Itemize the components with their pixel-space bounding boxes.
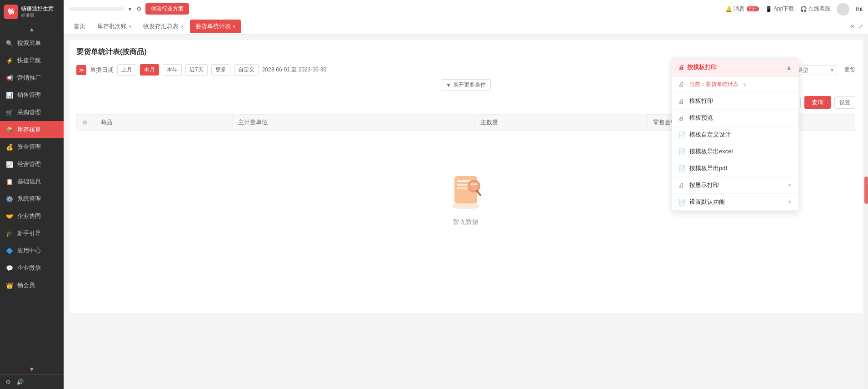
table-col-settings: ⚙ [77,115,95,131]
page-title: 要货单统计表(按商品) [76,47,855,57]
svg-rect-3 [457,184,469,186]
dropdown-template-custom[interactable]: 📄 模板自定义设计 [672,126,798,143]
dropdown-set-default[interactable]: 📄 设置默认功能 ▼ [672,194,798,211]
tab-receivable-close[interactable]: × [180,24,183,29]
wechat-icon: 💬 [5,264,14,272]
dropdown-display-print[interactable]: 🖨 按显示打印 ▼ [672,177,798,194]
header-search-bar[interactable] [69,7,124,11]
sidebar-item-search[interactable]: 🔍 搜索菜单 [0,35,64,52]
headset-icon: 🎧 [800,6,807,12]
dropdown-export-excel[interactable]: 📄 按模板导出excel [672,143,798,160]
sidebar-scroll-down[interactable]: ▼ [0,364,64,374]
expand-icon: ▼ [446,82,451,88]
print-dropdown-title-area: 🖨 按模板打印 [678,63,717,71]
sidebar-logo: 畅 畅赚通好生意 标准版 [0,0,64,24]
clipboard-icon: 📋 [5,177,14,186]
graduation-icon: 🎓 [5,229,14,237]
app-name: 畅赚通好生意 标准版 [21,5,54,19]
settings-bottom-icon[interactable]: ⚙ [5,379,11,385]
flash-icon: ⚡ [5,56,14,65]
tabs-expand-icon[interactable]: ⤢ [858,23,863,30]
tab-batch-close[interactable]: × [129,24,131,29]
mobile-icon: 📱 [765,6,772,12]
dropdown-template-print[interactable]: 🖨 模板打印 [672,93,798,110]
sidebar-item-basic[interactable]: 📋 基础信息 [0,173,64,190]
table-col-goods: 商品 [95,115,233,131]
template-print-icon: 🖨 [678,98,686,105]
money-icon: 💰 [5,143,14,151]
display-print-icon: 🖨 [678,182,686,189]
sidebar-item-guide[interactable]: 🎓 新手引导 [0,225,64,242]
print-dropdown-header: 🖨 按模板打印 ▲ [672,59,798,76]
header-dropdown-arrow[interactable]: ▼ [127,6,133,12]
current-year-btn[interactable]: 本年 [163,64,182,76]
app-download-action[interactable]: 📱 App下载 [765,5,794,13]
trial-button[interactable]: 体验行业方案 [145,3,189,15]
dropdown-current-item[interactable]: 🖨 当前：要货单统计表 ▼ [672,76,798,93]
page-content: 要货单统计表(按商品) ≫ 单据日期 上月 本月 本年 近7天 更多 自定义 2… [64,35,868,389]
query-button[interactable]: 查询 [804,96,831,109]
date-filter-label: 单据日期 [90,66,114,74]
display-print-arrow: ▼ [787,182,792,188]
svg-point-9 [473,183,475,185]
box-icon: 📦 [5,126,14,134]
app-logo-icon: 畅 [4,5,18,19]
online-service-action[interactable]: 🎧 在线客服 [800,5,830,13]
prev-month-btn[interactable]: 上月 [117,64,136,76]
bell-icon: 🔔 [725,6,732,12]
sidebar-item-inventory[interactable]: 📦 库存核算 [0,121,64,138]
sidebar-item-corp[interactable]: 🤝 企业协同 [0,207,64,225]
tabs-resize-controls: ✕ ⤢ [850,23,863,30]
svg-line-7 [477,191,480,195]
user-avatar[interactable] [837,3,849,15]
current-item-icon: 🖨 [678,81,686,88]
dropdown-export-pdf[interactable]: 📄 按模板导出pdf [672,160,798,177]
top-header: ▼ ⚙ 体验行业方案 🔔 消息 99+ 📱 App下载 🎧 在线客服 Rit [64,0,868,18]
header-actions: 🔔 消息 99+ 📱 App下载 🎧 在线客服 Rit [725,3,863,15]
expand-more-btn[interactable]: ▼ 展开更多条件 [441,79,491,91]
scroll-thumb[interactable] [864,177,868,204]
sound-icon[interactable]: 🔊 [16,379,24,385]
tab-order-stat[interactable]: 要货单统计表 × [190,20,241,33]
custom-date-btn[interactable]: 自定义 [234,64,259,76]
sidebar-item-member[interactable]: 👑 畅会员 [0,277,64,294]
set-default-icon: 📄 [678,199,686,206]
sidebar-bottom: ⚙ 🔊 [0,374,64,389]
messages-action[interactable]: 🔔 消息 99+ [725,5,759,13]
sidebar-scroll-up[interactable]: ▲ [0,24,64,35]
dropdown-template-preview[interactable]: 🖨 模板预览 [672,110,798,126]
crown-icon: 👑 [5,281,14,289]
tab-order-stat-close[interactable]: × [233,24,235,29]
header-gear-icon[interactable]: ⚙ [136,5,142,12]
tabs-close-icon[interactable]: ✕ [850,23,855,30]
tab-batch[interactable]: 库存批次账 × [92,20,137,33]
megaphone-icon: 📢 [5,74,14,82]
printer-header-icon: 🖨 [678,64,684,71]
current-month-btn[interactable]: 本月 [140,64,159,76]
sidebar-item-sales[interactable]: 📊 销售管理 [0,86,64,104]
scroll-track[interactable] [864,35,868,389]
sidebar-item-system[interactable]: ⚙️ 系统管理 [0,190,64,207]
content-card: 要货单统计表(按商品) ≫ 单据日期 上月 本月 本年 近7天 更多 自定义 2… [69,40,863,313]
print-dropdown: 🖨 按模板打印 ▲ 🖨 当前：要货单统计表 ▼ 🖨 模板打印 [672,58,799,211]
sidebar-item-apps[interactable]: 🔷 应用中心 [0,242,64,259]
sidebar-item-wechat[interactable]: 💬 企业微信 [0,259,64,277]
tab-home[interactable]: 首页 [68,20,91,33]
gear-icon: ⚙️ [5,195,14,203]
settings-button[interactable]: 设置 [834,96,855,109]
table-col-qty: 主数量 [475,115,648,131]
tab-receivable[interactable]: 收发存汇总表 × [138,20,189,33]
print-dropdown-close-btn[interactable]: ▲ [786,64,792,71]
filter-toggle-button[interactable]: ≫ [76,65,86,75]
table-settings-icon[interactable]: ⚙ [82,119,88,126]
sidebar-item-operation[interactable]: 📈 经营管理 [0,156,64,173]
sidebar-item-purchase[interactable]: 🛒 采购管理 [0,104,64,121]
sidebar-item-marketing[interactable]: 📢 营销推广 [0,69,64,86]
tabs-bar: 首页 库存批次账 × 收发存汇总表 × 要货单统计表 × ✕ ⤢ [64,18,868,35]
more-date-btn[interactable]: 更多 [211,64,230,76]
sidebar-item-finance[interactable]: 💰 资金管理 [0,138,64,156]
last7-btn[interactable]: 近7天 [185,64,208,76]
sidebar-nav: 🔍 搜索菜单 ⚡ 快捷导航 📢 营销推广 📊 销售管理 🛒 采购管理 📦 库存核… [0,35,64,364]
sidebar-item-quicknav[interactable]: ⚡ 快捷导航 [0,52,64,69]
set-default-arrow: ▼ [787,199,792,205]
